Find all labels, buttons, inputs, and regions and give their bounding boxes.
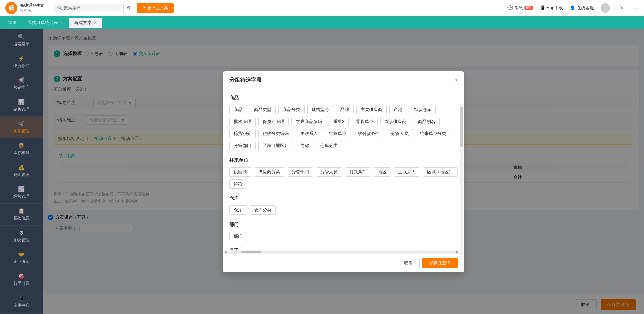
online-service-button[interactable]: 👤 在线客服 — [570, 5, 594, 11]
modal-vscroll-thumb[interactable] — [460, 107, 463, 147]
inventory-icon: 📦 — [18, 142, 25, 149]
tab-purchase-stats[interactable]: 采购订单统计表 ✕ — [22, 18, 69, 28]
partner-tags: 供应商 供应商分类 分管部门 分管人员 付款条件 地区 主联系人 区域（地区） … — [229, 167, 458, 189]
tag-supplier-category[interactable]: 供应商分类 — [254, 167, 284, 177]
tag-customer-code[interactable]: 客户商品编码 — [291, 117, 326, 126]
settings-button[interactable]: ⚙ — [123, 3, 134, 13]
tab-new-plan[interactable]: 新建方案 ✕ — [69, 18, 102, 28]
sidebar-item-search[interactable]: 🔍 搜索菜单 — [0, 29, 43, 51]
tab-new-close[interactable]: ✕ — [94, 20, 97, 25]
tag-goods-category[interactable]: 商品分类 — [278, 105, 305, 114]
tag-manage-dept[interactable]: 分管部门 — [287, 167, 313, 177]
modal-body: 商品 商品 商品类型 商品分类 规格型号 品牌 主要供应商 产地 默认仓库 批次… — [223, 89, 464, 250]
modal-footer: 取消 保存并查询 — [223, 253, 464, 272]
content-area: 采购订单统计表方案设置 1 选择模板 汇总表 明细表 交叉统计表 — [43, 29, 644, 314]
top-bar: 畅 畅捷通好生意 标准版 🔍 ⚙ 体验行业方案 💬 消息 99+ 📱 App下载… — [0, 0, 644, 16]
tag-partner-category[interactable]: 往来单位分类 — [416, 129, 450, 138]
section-goods: 商品 商品 商品类型 商品分类 规格型号 品牌 主要供应商 产地 默认仓库 批次… — [229, 95, 458, 150]
modal-cancel-button[interactable]: 取消 — [397, 258, 420, 268]
sidebar-item-guide[interactable]: 🎯 新手引导 — [0, 269, 43, 291]
search-input[interactable] — [64, 5, 111, 10]
modal-overlay: 分组待选字段 × 商品 商品 商品类型 商品分类 规格型号 品牌 — [43, 29, 644, 314]
tag-main-supplier[interactable]: 主要供应商 — [356, 105, 387, 114]
tag-payment-terms[interactable]: 收付款条件 — [354, 129, 384, 138]
sidebar-item-finance[interactable]: 💰 资金管理 — [0, 160, 43, 182]
message-badge: 99+ — [524, 6, 533, 10]
tag-default-warehouse[interactable]: 默认仓库 — [410, 105, 436, 114]
app-center-icon: 📱 — [18, 295, 25, 301]
tag-settlement-unit[interactable]: 结算单位 — [325, 129, 351, 138]
modal-title: 分组待选字段 — [229, 77, 262, 84]
sidebar-item-purchase[interactable]: 🛒 采购管理 — [0, 117, 43, 138]
sidebar: 🔍 搜索菜单 ⚡ 快捷导航 📢 营销推广 📊 销售管理 🛒 采购管理 📦 库存核… — [0, 29, 43, 314]
top-right-area: 💬 消息 99+ 📱 App下载 👤 在线客服 ✕ — — [507, 3, 639, 13]
section-goods-title: 商品 — [229, 95, 458, 101]
tag-manage-person[interactable]: 分管人员 — [316, 167, 342, 177]
tag-short2[interactable]: 简称 — [229, 179, 247, 189]
message-button[interactable]: 💬 消息 99+ — [507, 5, 533, 11]
tag-goods-alias[interactable]: 商品别名 — [414, 117, 440, 126]
tag-origin[interactable]: 产地 — [389, 105, 407, 114]
tag-warehouse[interactable]: 仓库 — [229, 205, 247, 215]
tag-area[interactable]: 地区 — [374, 167, 391, 177]
warehouse-tags: 仓库 仓库分类 — [229, 205, 458, 215]
sidebar-item-system[interactable]: ⚙ 系统管理 — [0, 226, 43, 247]
sales-icon: 📊 — [18, 99, 25, 105]
modal-close-button[interactable]: × — [454, 77, 458, 84]
tag-pick-points[interactable]: 拣货积分 — [229, 129, 256, 138]
tag-goods-type[interactable]: 商品类型 — [250, 105, 276, 114]
sidebar-item-wechat[interactable]: 💬 企业微信 — [0, 313, 43, 314]
tag-manager[interactable]: 分管人员 — [387, 129, 413, 138]
sidebar-item-quicknav[interactable]: ⚡ 快捷导航 — [0, 51, 43, 73]
app-download-button[interactable]: 📱 App下载 — [540, 5, 563, 11]
modal-hscroll[interactable]: ◀ ▶ — [223, 250, 464, 253]
tag-short-name[interactable]: 简称 — [296, 141, 313, 150]
tag-region2[interactable]: 区域（地区） — [423, 167, 458, 177]
logo-text: 畅捷通好生意 标准版 — [20, 3, 44, 13]
section-dept-title: 部门 — [229, 222, 458, 228]
sidebar-item-collab[interactable]: 🤝 企业协同 — [0, 247, 43, 269]
tag-weight3[interactable]: 重量3 — [329, 117, 349, 126]
marketing-icon: 📢 — [18, 77, 25, 83]
minimize-button[interactable]: — — [633, 5, 639, 11]
section-warehouse: 仓库 仓库 仓库分类 — [229, 195, 458, 215]
tag-spec-model[interactable]: 规格型号 — [307, 105, 333, 114]
purchase-icon: 🛒 — [18, 121, 25, 127]
tag-warehouse-cat[interactable]: 仓库分类 — [316, 141, 342, 150]
sidebar-item-inventory[interactable]: 📦 库存核算 — [0, 138, 43, 160]
modal-confirm-button[interactable]: 保存并查询 — [422, 258, 458, 268]
sidebar-item-marketing[interactable]: 📢 营销推广 — [0, 73, 43, 95]
tag-warehouse-category[interactable]: 仓库分类 — [250, 205, 276, 215]
sidebar-item-app-center[interactable]: 📱 应用中心 — [0, 291, 43, 313]
sidebar-item-sales[interactable]: 📊 销售管理 — [0, 95, 43, 117]
download-icon: 📱 — [540, 5, 545, 10]
tag-region[interactable]: 区域（地区） — [258, 141, 293, 150]
tag-main-contact[interactable]: 主联系人 — [296, 129, 322, 138]
search-icon: 🔍 — [57, 5, 62, 10]
finance-icon: 💰 — [18, 164, 25, 171]
tag-default-supplier[interactable]: 默认供应商 — [380, 117, 411, 126]
message-icon: 💬 — [507, 5, 513, 10]
tab-purchase-close[interactable]: ✕ — [60, 20, 63, 25]
avatar[interactable] — [601, 3, 610, 13]
tab-home[interactable]: 首页 — [3, 18, 22, 28]
tag-brand[interactable]: 品牌 — [336, 105, 354, 114]
tag-payment-cond[interactable]: 付款条件 — [345, 167, 371, 177]
tag-retail-unit[interactable]: 零售单位 — [352, 117, 378, 126]
tag-dept[interactable]: 分管部门 — [229, 141, 256, 150]
tag-goods[interactable]: 商品 — [229, 105, 247, 114]
section-partner-title: 往来单位 — [229, 157, 458, 163]
hscroll-thumb[interactable] — [241, 251, 261, 253]
sidebar-item-basic-info[interactable]: 📋 基础信息 — [0, 204, 43, 226]
collab-icon: 🤝 — [18, 251, 25, 258]
sidebar-item-operations[interactable]: 📈 经营管理 — [0, 182, 43, 204]
tag-supplier[interactable]: 供应商 — [229, 167, 251, 177]
tag-tax-code[interactable]: 税收分类编码 — [258, 129, 293, 138]
close-top-button[interactable]: ✕ — [620, 5, 624, 11]
experience-button[interactable]: 体验行业方案 — [137, 3, 174, 13]
tag-main-contact2[interactable]: 主联系人 — [394, 167, 420, 177]
tag-department[interactable]: 部门 — [229, 232, 247, 241]
tag-shelf-life[interactable]: 保质期管理 — [258, 117, 289, 126]
search-box[interactable]: 🔍 — [54, 4, 121, 12]
tag-batch-mgmt[interactable]: 批次管理 — [229, 117, 256, 126]
